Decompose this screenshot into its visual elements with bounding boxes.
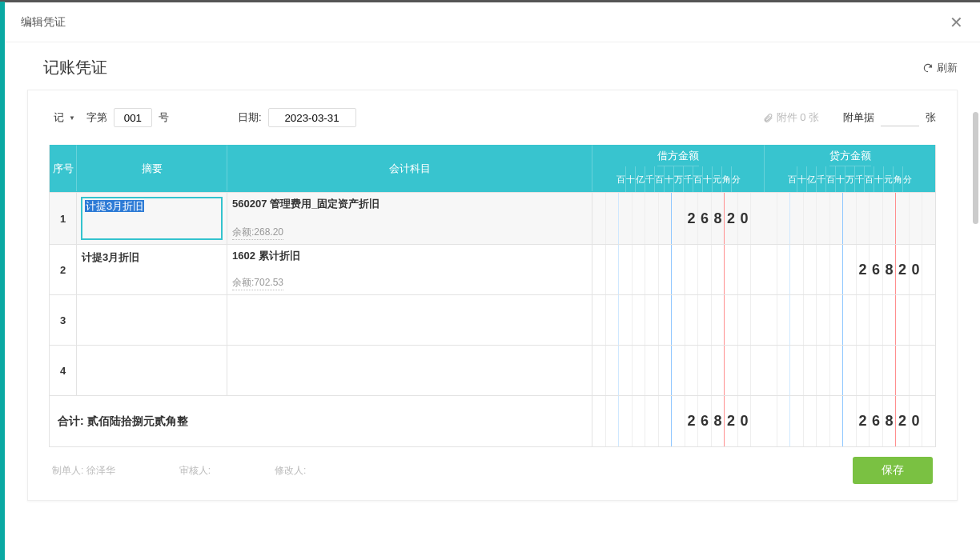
voucher-date-input[interactable] bbox=[268, 108, 356, 127]
digit-cell[interactable] bbox=[789, 295, 803, 345]
digit-cell[interactable] bbox=[658, 346, 672, 395]
digit-cell[interactable]: 8 bbox=[882, 245, 896, 294]
digit-cell[interactable] bbox=[789, 193, 803, 244]
digit-cell[interactable] bbox=[842, 346, 856, 395]
digit-cell[interactable] bbox=[618, 295, 632, 345]
digit-cell[interactable] bbox=[829, 295, 843, 345]
digit-cell[interactable] bbox=[592, 346, 605, 395]
digit-cell[interactable] bbox=[869, 346, 882, 395]
digit-cell[interactable] bbox=[777, 295, 790, 345]
digit-cell[interactable]: 6 bbox=[869, 245, 882, 294]
digit-cell[interactable] bbox=[592, 295, 605, 345]
digit-cell[interactable] bbox=[711, 346, 725, 395]
digit-cell[interactable] bbox=[895, 346, 909, 395]
digit-cell[interactable] bbox=[632, 295, 645, 345]
digit-cell[interactable] bbox=[803, 396, 817, 446]
digit-cell[interactable]: 0 bbox=[909, 396, 922, 446]
digit-cell[interactable] bbox=[605, 295, 619, 345]
digit-cell[interactable] bbox=[789, 396, 803, 446]
digit-cell[interactable] bbox=[922, 346, 935, 395]
voucher-type-select[interactable]: 记 ▼ bbox=[49, 109, 80, 126]
digit-cell[interactable]: 8 bbox=[882, 396, 896, 446]
digit-cell[interactable] bbox=[882, 295, 896, 345]
digit-cell[interactable] bbox=[711, 245, 725, 294]
digit-cell[interactable] bbox=[750, 295, 764, 345]
close-icon[interactable]: ✕ bbox=[948, 13, 964, 32]
digit-cell[interactable] bbox=[685, 295, 698, 345]
digit-cell[interactable] bbox=[711, 295, 725, 345]
digit-cell[interactable] bbox=[882, 193, 896, 244]
digit-cell[interactable] bbox=[605, 396, 619, 446]
digit-cell[interactable] bbox=[724, 295, 737, 345]
digit-cell[interactable] bbox=[592, 396, 605, 446]
digit-cell[interactable] bbox=[803, 193, 817, 244]
digit-cell[interactable] bbox=[922, 193, 935, 244]
digit-cell[interactable] bbox=[895, 295, 909, 345]
digit-cell[interactable] bbox=[658, 396, 672, 446]
digit-cell[interactable] bbox=[764, 396, 777, 446]
account-cell[interactable] bbox=[227, 346, 592, 395]
abstract-cell[interactable]: 计提3月折旧 bbox=[77, 245, 227, 294]
digit-cell[interactable] bbox=[632, 396, 645, 446]
digit-cell[interactable] bbox=[764, 193, 777, 244]
digit-cell[interactable] bbox=[618, 193, 632, 244]
scrollbar-thumb[interactable] bbox=[973, 112, 978, 224]
digit-cell[interactable] bbox=[764, 346, 777, 395]
digit-cell[interactable]: 6 bbox=[697, 193, 711, 244]
attach-slip-input[interactable] bbox=[881, 109, 919, 126]
digit-cell[interactable] bbox=[869, 193, 882, 244]
digit-cell[interactable] bbox=[645, 396, 658, 446]
digit-cell[interactable] bbox=[750, 396, 764, 446]
digit-cell[interactable] bbox=[882, 346, 896, 395]
digit-cell[interactable] bbox=[671, 346, 685, 395]
digit-cell[interactable] bbox=[632, 245, 645, 294]
digit-cell[interactable] bbox=[671, 193, 685, 244]
digit-cell[interactable] bbox=[842, 396, 856, 446]
digit-cell[interactable] bbox=[592, 245, 605, 294]
digit-cell[interactable] bbox=[803, 245, 817, 294]
digit-cell[interactable]: 0 bbox=[737, 193, 751, 244]
abstract-cell[interactable] bbox=[77, 346, 227, 395]
digit-cell[interactable] bbox=[750, 193, 764, 244]
digit-cell[interactable] bbox=[697, 245, 711, 294]
digit-cell[interactable] bbox=[750, 346, 764, 395]
digit-cell[interactable] bbox=[842, 193, 856, 244]
digit-cell[interactable] bbox=[750, 245, 764, 294]
digit-cell[interactable] bbox=[856, 193, 870, 244]
digit-cell[interactable] bbox=[645, 295, 658, 345]
digit-cell[interactable] bbox=[618, 245, 632, 294]
digit-cell[interactable] bbox=[724, 346, 737, 395]
digit-cell[interactable] bbox=[909, 295, 922, 345]
digit-cell[interactable] bbox=[922, 245, 935, 294]
digit-cell[interactable] bbox=[909, 346, 922, 395]
digit-cell[interactable] bbox=[645, 193, 658, 244]
digit-cell[interactable] bbox=[592, 193, 605, 244]
save-button[interactable]: 保存 bbox=[853, 457, 933, 484]
digit-cell[interactable] bbox=[909, 193, 922, 244]
digit-cell[interactable] bbox=[829, 245, 843, 294]
digit-cell[interactable] bbox=[671, 396, 685, 446]
digit-cell[interactable]: 2 bbox=[856, 396, 870, 446]
digit-cell[interactable]: 2 bbox=[685, 193, 698, 244]
digit-cell[interactable] bbox=[632, 346, 645, 395]
digit-cell[interactable] bbox=[777, 193, 790, 244]
debit-amount[interactable] bbox=[592, 245, 764, 294]
digit-cell[interactable] bbox=[632, 193, 645, 244]
credit-amount[interactable]: 26820 bbox=[764, 245, 935, 294]
digit-cell[interactable]: 0 bbox=[909, 245, 922, 294]
digit-cell[interactable] bbox=[842, 295, 856, 345]
digit-cell[interactable] bbox=[816, 346, 829, 395]
digit-cell[interactable] bbox=[764, 245, 777, 294]
account-cell[interactable] bbox=[227, 295, 592, 345]
digit-cell[interactable] bbox=[697, 346, 711, 395]
digit-cell[interactable] bbox=[895, 193, 909, 244]
abstract-cell[interactable] bbox=[77, 295, 227, 345]
debit-amount[interactable] bbox=[592, 346, 764, 395]
digit-cell[interactable] bbox=[803, 346, 817, 395]
digit-cell[interactable] bbox=[764, 295, 777, 345]
abstract-cell[interactable]: 计提3月折旧 bbox=[77, 193, 227, 244]
digit-cell[interactable]: 6 bbox=[697, 396, 711, 446]
digit-cell[interactable]: 2 bbox=[724, 396, 737, 446]
digit-cell[interactable] bbox=[816, 193, 829, 244]
digit-cell[interactable]: 2 bbox=[895, 396, 909, 446]
